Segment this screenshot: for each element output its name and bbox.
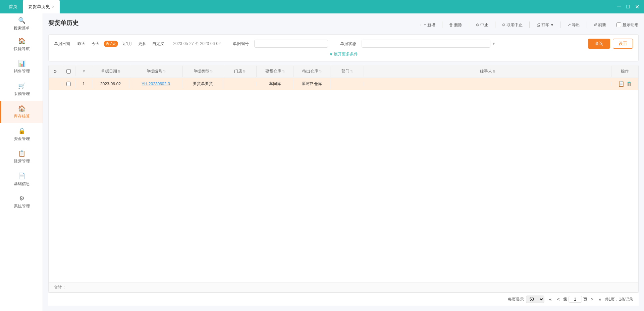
shortcut-more[interactable]: 更多 [136,41,148,47]
table-footer: 合计： [49,282,638,292]
shortcut-7days[interactable]: 近7天 [104,41,118,47]
th-store[interactable]: 门店 ⇅ [223,66,257,77]
date-range-display: 2023-05-27 至 2023-06-02 [173,41,220,47]
td-code-1[interactable]: YH-20230602-0 [129,80,183,88]
divider-2 [469,21,469,28]
sidebar-item-sys-mgmt[interactable]: ⚙ 系统管理 [0,191,43,213]
per-page-select[interactable]: 10 20 50 100 [526,296,544,303]
last-page-button[interactable]: » [597,296,603,303]
th-settings[interactable]: ⚙ [49,66,62,77]
th-num: # [75,66,92,77]
cancel-suspend-button[interactable]: ⊘ 取消中止 [499,20,526,30]
sidebar-item-quick-nav-label: 快捷导航 [14,46,30,52]
settings-gear-icon: ⚙ [53,69,57,74]
sidebar-item-search-menu[interactable]: 🔍 搜索菜单 [0,13,43,33]
doc-no-input[interactable] [254,40,328,48]
sort-date-icon: ⇅ [118,70,120,73]
per-page-label: 每页显示 [508,297,524,302]
td-num-1: 1 [75,80,92,88]
tab-home[interactable]: 首页 [3,0,23,13]
td-wait-warehouse-1: 原材料仓库 [293,79,330,89]
prev-page-button[interactable]: < [555,296,561,303]
shortcut-today[interactable]: 今天 [90,41,102,47]
expand-more-button[interactable]: ▼ 展开更多条件 [329,51,358,57]
th-wait-warehouse[interactable]: 待出仓库 ⇅ [293,66,330,77]
cancel-suspend-label: 取消中止 [506,22,523,28]
settings-button[interactable]: 设置 [613,39,633,49]
select-all-checkbox[interactable] [66,69,71,74]
shortcut-1month[interactable]: 近1月 [120,41,135,47]
sys-mgmt-icon: ⚙ [19,195,24,202]
shortcut-custom[interactable]: 自定义 [150,41,166,47]
filter-bar: 单据日期 昨天 今天 近7天 近1月 更多 自定义 2023-05-27 至 2… [48,34,639,61]
th-req-warehouse[interactable]: 要货仓库 ⇅ [257,66,293,77]
row-delete-icon-1[interactable]: 🗑 [627,81,632,87]
page-label: 第 [563,297,567,302]
td-store-1 [223,82,257,86]
sidebar-item-finance-label: 资金管理 [14,136,30,142]
td-checkbox-1[interactable] [62,80,75,88]
sidebar-item-purchase-mgmt[interactable]: 🛒 采购管理 [0,78,43,101]
tab-requisition-history[interactable]: 要货单历史 × [23,0,60,13]
table-empty-space [49,90,638,282]
row-checkbox-1[interactable] [66,82,71,86]
sort-handler-icon: ⇅ [493,70,495,73]
th-type[interactable]: 单据类型 ⇅ [183,66,223,77]
th-dept[interactable]: 部门 ⇅ [330,66,364,77]
date-shortcuts: 昨天 今天 近7天 近1月 更多 自定义 [75,41,166,47]
page-nav: « < 第 页 > » 共1页，1条记录 [547,296,633,303]
tab-close-icon[interactable]: × [52,4,54,9]
show-detail-label-text: 显示明细 [623,22,639,28]
sort-dept-icon: ⇅ [350,70,353,73]
suspend-button[interactable]: ⊘ 中止 [473,20,492,30]
refresh-button[interactable]: ↺ 刷新 [590,20,609,30]
print-button[interactable]: 🖨 打印 ▼ [533,20,557,30]
sidebar-item-inventory[interactable]: 🏠 库存核算 [0,101,43,123]
expand-down-icon: ▼ [329,52,333,57]
row-code-1: YH-20230602-0 [142,82,170,86]
footer-summary-label: 合计： [54,285,66,290]
refresh-label: 刷新 [598,22,606,28]
th-handler[interactable]: 经手人 ⇅ [364,66,611,77]
per-page-group: 每页显示 10 20 50 100 [508,296,544,303]
sidebar-item-inventory-label: 库存核算 [14,114,30,119]
export-button[interactable]: ↗ 导出 [564,20,583,30]
doc-status-dropdown-icon[interactable]: ▼ [492,41,496,46]
shortcut-yesterday[interactable]: 昨天 [75,41,88,47]
finance-icon: 🔒 [18,127,25,135]
page-title: 要货单历史 [48,19,78,27]
th-checkbox[interactable] [62,66,75,76]
th-code[interactable]: 单据编号 ⇅ [129,66,183,77]
sidebar-item-ops-mgmt[interactable]: 📋 经营管理 [0,146,43,168]
sidebar-item-sys-mgmt-label: 系统管理 [14,204,30,209]
filter-row: 单据日期 昨天 今天 近7天 近1月 更多 自定义 2023-05-27 至 2… [54,39,633,49]
doc-no-label: 单据编号 [233,41,249,47]
doc-status-input[interactable] [362,40,490,48]
next-page-button[interactable]: > [589,296,595,303]
new-label: + 新增 [424,22,435,28]
main-layout: 🔍 搜索菜单 🏠 快捷导航 📊 销售管理 🛒 采购管理 🏠 库存核算 🔒 资金管… [0,13,644,311]
divider-5 [560,21,561,28]
delete-button[interactable]: 🗑 删除 [446,20,466,30]
first-page-button[interactable]: « [547,296,554,303]
sidebar-item-quick-nav[interactable]: 🏠 快捷导航 [0,33,43,56]
divider-3 [495,21,495,28]
sidebar-item-sales-mgmt[interactable]: 📊 销售管理 [0,56,43,78]
sidebar-item-basic-info[interactable]: 📄 基础信息 [0,168,43,191]
minimize-icon[interactable]: ─ [616,2,622,11]
sidebar-item-finance[interactable]: 🔒 资金管理 [0,123,43,146]
show-detail-toggle[interactable]: 显示明细 [616,22,639,28]
print-label: 打印 [541,22,549,28]
th-date[interactable]: 单据日期 ⇅ [92,66,129,77]
inventory-icon: 🏠 [18,105,25,112]
new-button[interactable]: ＋ + 新增 [416,20,439,30]
sort-store-icon: ⇅ [243,70,246,73]
query-button[interactable]: 查询 [588,39,610,49]
show-detail-checkbox[interactable] [616,23,621,27]
row-edit-icon-1[interactable]: 📋 [618,81,625,87]
page-input[interactable] [569,296,582,303]
row-type-1: 要货单要货 [193,81,213,87]
close-icon[interactable]: ✕ [634,2,641,11]
maximize-icon[interactable]: □ [625,2,631,11]
sort-code-icon: ⇅ [163,70,166,73]
